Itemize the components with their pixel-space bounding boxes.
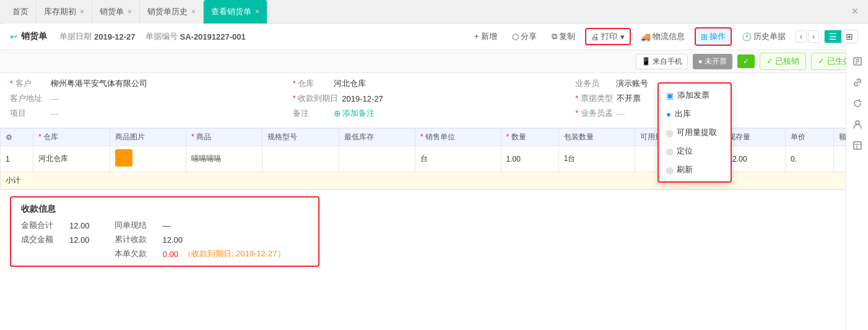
project-value: —: [51, 109, 59, 118]
ticket-icon: ●: [698, 57, 703, 66]
address-field: 客户地址 —: [10, 93, 293, 104]
tab-home[interactable]: 首页: [5, 0, 37, 24]
cancelled-button[interactable]: ✓ 已核销: [760, 53, 807, 70]
row-product: 嗝嗝嗝嗝: [186, 146, 262, 172]
nav-arrows: ‹ ›: [796, 30, 819, 43]
payment-owed-row: 本单欠款 0.00 （收款到期日: 2019-12-27）: [115, 248, 285, 259]
add-notes-button[interactable]: ⊕ 添加备注: [334, 108, 375, 119]
out-warehouse-icon: ●: [666, 110, 671, 119]
sidebar-person-icon[interactable]: [848, 115, 867, 134]
payment-cumulative-value: 12.00: [163, 235, 183, 245]
sidebar-edit-icon[interactable]: [848, 52, 867, 71]
col-sales-unit: 销售单位: [415, 129, 501, 146]
operate-dropdown: ▣ 添加发票 ● 出库 ◎ 可用量提取 ◎ 定位 ◎ 刷新: [658, 82, 732, 183]
phone-icon: 📱: [641, 57, 651, 66]
list-view-button[interactable]: ☰: [825, 30, 841, 43]
share-icon: ⬡: [512, 32, 519, 41]
logistics-button[interactable]: 🚚 物流信息: [636, 28, 690, 45]
subtotal-row: 小计: [1, 172, 868, 189]
refresh-icon: ◎: [666, 165, 673, 175]
svg-rect-6: [854, 142, 861, 149]
tab-sales-history[interactable]: 销货单历史 ×: [140, 0, 204, 24]
tab-sales-history-close[interactable]: ×: [191, 7, 196, 16]
customer-field: 客户 柳州粤港平安气体有限公司: [10, 78, 293, 89]
share-button[interactable]: ⬡ 分享: [507, 28, 542, 45]
tab-sales-close[interactable]: ×: [128, 7, 132, 16]
payment-same-row: 同单现结 —: [115, 220, 285, 231]
tab-inventory-close[interactable]: ×: [80, 7, 84, 16]
row-num: 1: [1, 146, 33, 172]
history-icon: 🕐: [742, 32, 752, 41]
data-table: ⚙ 仓库 商品图片 商品 规格型号 最低库存 销售单位 数量 包装数量 可用量（…: [0, 128, 868, 189]
available-pick-item[interactable]: ◎ 可用量提取: [659, 123, 731, 142]
refresh-item[interactable]: ◎ 刷新: [659, 160, 731, 179]
col-gear[interactable]: ⚙: [1, 129, 33, 146]
doc-number-field: 单据编号 SA-20191227-001: [145, 31, 246, 42]
next-button[interactable]: ›: [808, 30, 819, 43]
form-section: 客户 柳州粤港平安气体有限公司 仓库 河北仓库 业务员 演示账号 客户地址 —: [0, 73, 868, 128]
col-warehouse: 仓库: [33, 129, 110, 146]
payment-deal-value: 12.00: [69, 235, 90, 245]
tab-sales[interactable]: 销货单 ×: [92, 0, 140, 24]
col-spec: 规格型号: [263, 129, 339, 146]
tab-view-sales-close[interactable]: ×: [255, 7, 259, 16]
row-spec: [263, 146, 339, 172]
history-button[interactable]: 🕐 历史单据: [737, 28, 791, 45]
tab-inventory[interactable]: 库存期初 ×: [37, 0, 92, 24]
payment-date-field: 收款到期日 2019-12-27: [293, 93, 576, 104]
print-button[interactable]: 🖨 打印 ▾: [585, 28, 631, 45]
payment-total-label: 金额合计: [21, 220, 64, 231]
payment-total-row: 金额合计 12.00: [21, 220, 90, 231]
view-toggle: ☰ ⊞: [824, 30, 858, 43]
copy-button[interactable]: ⧉ 复制: [547, 28, 580, 45]
plus-icon: ⊕: [334, 108, 341, 118]
doc-icon: ↩: [10, 32, 17, 41]
check-icon: ✓: [743, 57, 749, 66]
salesperson-value: 演示账号: [616, 78, 648, 89]
project-field: 项目 —: [10, 108, 293, 119]
grid-view-button[interactable]: ⊞: [841, 30, 857, 43]
row-current-stock: 12.00: [723, 146, 786, 172]
doc-date-field: 单据日期 2019-12-27: [59, 31, 136, 42]
main-content: ↩ 销货单 单据日期 2019-12-27 单据编号 SA-20191227-0…: [0, 24, 868, 330]
doc-meta: 单据日期 2019-12-27 单据编号 SA-20191227-001: [59, 31, 246, 42]
print-dropdown-arrow[interactable]: ▾: [620, 32, 625, 41]
table-wrapper: ⚙ 仓库 商品图片 商品 规格型号 最低库存 销售单位 数量 包装数量 可用量（…: [0, 128, 868, 190]
salesperson2-value: —: [617, 109, 625, 118]
operate-button[interactable]: ⊞ 操作: [695, 27, 732, 46]
not-open-ticket-button[interactable]: ● 未开票: [693, 54, 732, 69]
prev-button[interactable]: ‹: [796, 30, 807, 43]
payment-col-1: 金额合计 12.00 成交金额 12.00: [21, 220, 90, 259]
address-label: 客户地址: [10, 93, 47, 104]
locate-icon: ◎: [666, 147, 673, 156]
payment-owed-value: 0.00: [163, 250, 178, 259]
sidebar-rotate-icon[interactable]: [848, 94, 867, 113]
add-invoice-item[interactable]: ▣ 添加发票: [659, 86, 731, 105]
payment-owed-label: 本单欠款: [115, 248, 158, 259]
check-icon3: ✓: [818, 56, 825, 66]
row-sales-unit: 台: [415, 146, 501, 172]
payment-owed-suffix: （收款到期日: 2019-12-27）: [183, 248, 285, 259]
sidebar-table-icon[interactable]: [848, 136, 867, 155]
customer-value: 柳州粤港平安气体有限公司: [51, 78, 147, 89]
tab-view-sales[interactable]: 查看销货单 ×: [204, 0, 267, 24]
check-button[interactable]: ✓: [737, 54, 755, 68]
project-label: 项目: [10, 108, 47, 119]
svg-line-4: [856, 81, 859, 84]
copy-icon: ⧉: [552, 32, 557, 41]
new-button[interactable]: + 新增: [469, 28, 502, 45]
row-quantity: 1.00: [501, 146, 558, 172]
salesperson-label: 业务员: [575, 78, 612, 89]
window-close-button[interactable]: ×: [846, 5, 863, 18]
col-quantity: 数量: [501, 129, 558, 146]
payment-date-label: 收款到期日: [293, 93, 339, 104]
out-warehouse-item[interactable]: ● 出库: [659, 105, 731, 123]
col-current-stock: 现存量: [723, 129, 786, 146]
payment-same-label: 同单现结: [115, 220, 158, 231]
doc-number-value: SA-20191227-001: [180, 32, 246, 41]
payment-info-box: 收款信息 金额合计 12.00 成交金额 12.00 同单现结 —: [10, 196, 319, 267]
locate-item[interactable]: ◎ 定位: [659, 142, 731, 160]
sidebar-link-icon[interactable]: [848, 73, 867, 92]
phone-button[interactable]: 📱 来自手机: [636, 54, 688, 69]
toolbar: + 新增 ⬡ 分享 ⧉ 复制 🖨 打印 ▾ 🚚 物流信息: [469, 27, 858, 46]
